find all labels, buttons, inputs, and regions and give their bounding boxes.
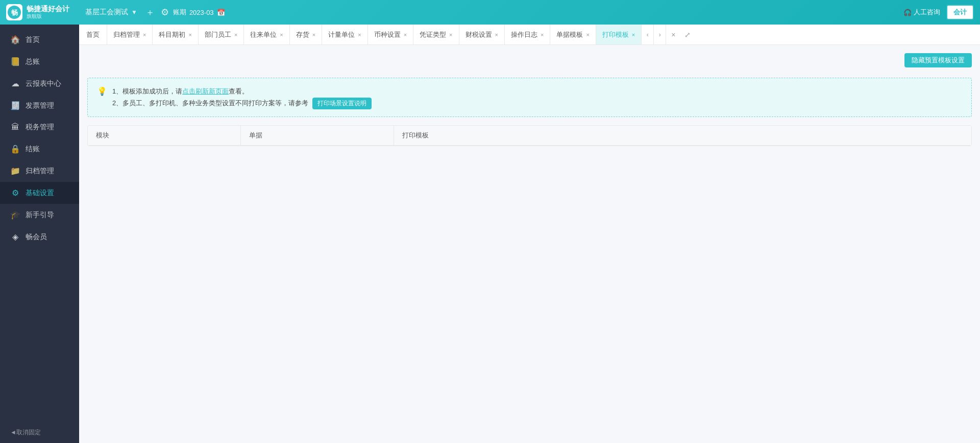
tab-supplier[interactable]: 往来单位 ×	[244, 25, 289, 44]
sidebar-label-reports: 云报表中心	[26, 79, 61, 88]
sidebar-item-home[interactable]: 🏠 首页	[0, 29, 79, 51]
unpin-label: ◄取消固定	[10, 428, 41, 437]
close-tab-voucher[interactable]: ×	[449, 32, 452, 38]
sidebar-label-close: 结账	[26, 145, 40, 154]
tab-dept-staff[interactable]: 部门员工 ×	[199, 25, 244, 44]
tab-next-button[interactable]: ›	[654, 25, 666, 44]
tab-voucher-type[interactable]: 凭证类型 ×	[413, 25, 459, 44]
toolbar-right: 隐藏预置模板设置	[87, 53, 972, 73]
ledger-icon: 📒	[10, 57, 20, 66]
col-template: 打印模板	[394, 126, 971, 145]
close-tab-currency[interactable]: ×	[404, 32, 407, 38]
sidebar-item-invoice[interactable]: 🧾 发票管理	[0, 95, 79, 116]
print-scene-button[interactable]: 打印场景设置说明	[312, 98, 372, 109]
member-icon: ◈	[10, 232, 20, 242]
tab-currency[interactable]: 币种设置 ×	[368, 25, 413, 44]
home-icon: 🏠	[10, 35, 20, 44]
print-template-table: 模块 单据 打印模板	[87, 125, 972, 146]
sidebar-item-member[interactable]: ◈ 畅会员	[0, 226, 79, 248]
headset-icon: 🎧	[903, 9, 912, 16]
tab-expand-button[interactable]: ⤢	[680, 25, 695, 44]
close-tab-subject[interactable]: ×	[188, 32, 191, 38]
company-name: 基层工会测试	[85, 8, 128, 17]
tab-close-all-button[interactable]: ×	[666, 25, 680, 44]
sidebar-item-reports[interactable]: ☁ 云报表中心	[0, 73, 79, 95]
calendar-icon[interactable]: 📅	[217, 9, 225, 16]
bulb-icon: 💡	[97, 86, 107, 96]
tab-unit[interactable]: 计量单位 ×	[322, 25, 368, 44]
sidebar-label-settings: 基础设置	[26, 189, 54, 198]
svg-text:畅: 畅	[11, 9, 18, 16]
company-selector[interactable]: 基层工会测试 ▼	[85, 8, 137, 17]
notice-line2: 2、多员工、多打印机、多种业务类型设置不同打印方案等，请参考 打印场景设置说明	[112, 97, 374, 109]
tax-icon: 🏛	[10, 123, 20, 132]
close-tab-oplog[interactable]: ×	[541, 32, 544, 38]
close-tab-dept[interactable]: ×	[234, 32, 237, 38]
sidebar-label-guide: 新手引导	[26, 211, 54, 220]
logo-area: 畅 畅捷通好会计 旗舰版	[6, 4, 85, 20]
col-document: 单据	[241, 126, 394, 145]
sidebar-item-archive[interactable]: 📁 归档管理	[0, 160, 79, 182]
close-tab-supplier[interactable]: ×	[280, 32, 283, 38]
tab-single-form[interactable]: 单据模板 ×	[550, 25, 596, 44]
close-month-icon: 🔒	[10, 144, 20, 154]
top-bar-actions: ＋ ⚙	[145, 6, 169, 18]
main-layout: 🏠 首页 📒 总账 ☁ 云报表中心 🧾 发票管理 🏛 税务管理 🔒 结账 📁 归…	[0, 25, 980, 443]
close-tab-inventory[interactable]: ×	[312, 32, 315, 38]
notice-refresh-link[interactable]: 点击刷新新页面	[182, 87, 229, 95]
tab-bar: 首页 归档管理 × 科目期初 × 部门员工 × 往来单位 × 存货 ×	[79, 25, 980, 45]
sidebar-item-tax[interactable]: 🏛 税务管理	[0, 116, 79, 138]
page-content: 隐藏预置模板设置 💡 1、模板添加成功后，请点击刷新新页面查看。 2、多员工、多…	[79, 45, 980, 443]
content-area: 首页 归档管理 × 科目期初 × 部门员工 × 往来单位 × 存货 ×	[79, 25, 980, 443]
tab-archive-mgmt[interactable]: 归档管理 ×	[107, 25, 153, 44]
invoice-icon: 🧾	[10, 101, 20, 110]
hide-preview-button[interactable]: 隐藏预置模板设置	[904, 53, 972, 67]
archive-icon: 📁	[10, 166, 20, 176]
sidebar-label-archive: 归档管理	[26, 167, 54, 176]
table-header: 模块 单据 打印模板	[88, 126, 971, 146]
logo-text: 畅捷通好会计 旗舰版	[27, 5, 69, 20]
close-tab-archive[interactable]: ×	[143, 32, 146, 38]
sidebar: 🏠 首页 📒 总账 ☁ 云报表中心 🧾 发票管理 🏛 税务管理 🔒 结账 📁 归…	[0, 25, 79, 443]
logo-icon: 畅	[6, 4, 22, 20]
kuaiji-button[interactable]: 会计	[946, 5, 974, 20]
sidebar-item-close[interactable]: 🔒 结账	[0, 138, 79, 160]
col-module: 模块	[88, 126, 241, 145]
add-tab-icon[interactable]: ＋	[145, 6, 155, 18]
sidebar-item-guide[interactable]: 🎓 新手引导	[0, 204, 79, 226]
close-tab-unit[interactable]: ×	[358, 32, 361, 38]
period-label: 账期	[173, 8, 186, 17]
sidebar-item-settings[interactable]: ⚙ 基础设置	[0, 182, 79, 204]
top-bar-right: 🎧 人工咨询 会计	[903, 5, 974, 20]
sidebar-label-tax: 税务管理	[26, 123, 54, 132]
notice-text: 1、模板添加成功后，请点击刷新新页面查看。 2、多员工、多打印机、多种业务类型设…	[112, 85, 374, 109]
tab-print-template[interactable]: 打印模板 ×	[596, 25, 642, 44]
notice-box: 💡 1、模板添加成功后，请点击刷新新页面查看。 2、多员工、多打印机、多种业务类…	[87, 78, 972, 117]
tab-inventory[interactable]: 存货 ×	[290, 25, 322, 44]
guide-icon: 🎓	[10, 210, 20, 220]
tab-op-log[interactable]: 操作日志 ×	[505, 25, 550, 44]
service-button[interactable]: 🎧 人工咨询	[903, 8, 940, 17]
gear-icon: ⚙	[10, 188, 20, 198]
unpin-button[interactable]: ◄取消固定	[0, 422, 79, 443]
period-info: 账期 2023-03 📅	[173, 8, 225, 17]
settings-icon[interactable]: ⚙	[161, 7, 169, 18]
sidebar-label-member: 畅会员	[26, 232, 47, 242]
close-tab-print[interactable]: ×	[632, 32, 635, 38]
dropdown-arrow-icon: ▼	[131, 9, 137, 16]
sidebar-label-ledger: 总账	[26, 57, 40, 66]
close-tab-single[interactable]: ×	[586, 32, 589, 38]
cloud-icon: ☁	[10, 79, 20, 88]
close-tab-tax[interactable]: ×	[495, 32, 498, 38]
period-value: 2023-03	[189, 9, 214, 16]
sidebar-label-home: 首页	[26, 35, 40, 44]
tab-tax-settings[interactable]: 财税设置 ×	[459, 25, 505, 44]
top-bar: 畅 畅捷通好会计 旗舰版 基层工会测试 ▼ ＋ ⚙ 账期 2023-03 📅 🎧…	[0, 0, 980, 25]
notice-line1: 1、模板添加成功后，请点击刷新新页面查看。	[112, 85, 374, 97]
sidebar-label-invoice: 发票管理	[26, 101, 54, 110]
tab-subject-init[interactable]: 科目期初 ×	[153, 25, 198, 44]
tab-home[interactable]: 首页	[79, 25, 107, 44]
tab-prev-button[interactable]: ‹	[642, 25, 654, 44]
sidebar-item-ledger[interactable]: 📒 总账	[0, 51, 79, 73]
